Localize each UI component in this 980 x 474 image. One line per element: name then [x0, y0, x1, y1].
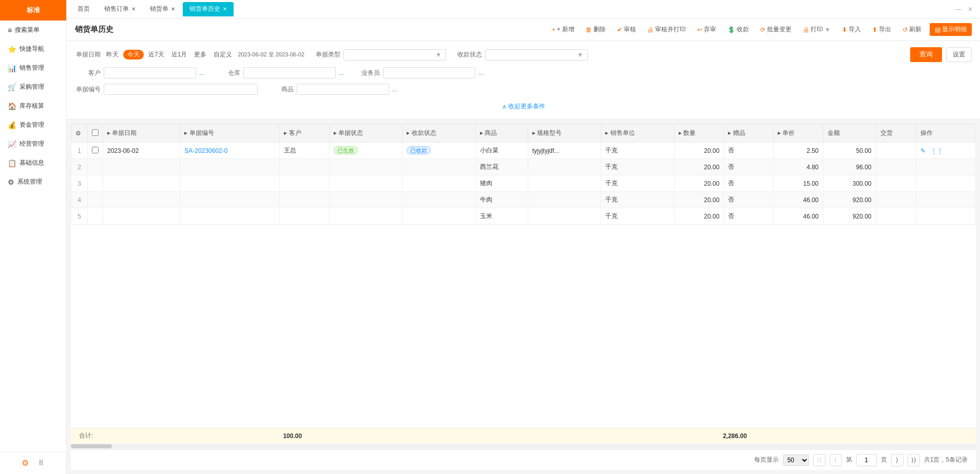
tab-sales-delivery[interactable]: 销货单 ✕ — [143, 2, 182, 16]
docno-input[interactable] — [104, 84, 258, 95]
select-all-checkbox[interactable] — [92, 129, 99, 136]
print-button[interactable]: 🖨 打印 ▼ — [800, 23, 834, 36]
tab-minimize-icon[interactable]: — — [952, 6, 965, 13]
col-unit[interactable]: ▸ 销售单位 — [601, 124, 675, 143]
customer-input[interactable] — [104, 67, 196, 78]
date-btn-1month[interactable]: 近1月 — [169, 50, 190, 60]
sidebar-item-finance[interactable]: 💰 资金管理 — [0, 115, 66, 134]
display-detail-button[interactable]: ▤ 显示明细 — [930, 23, 972, 36]
warehouse-input[interactable] — [243, 67, 336, 78]
sidebar-item-base[interactable]: 📋 基础信息 — [0, 153, 66, 172]
tab-sales-order[interactable]: 销售订单 ✕ — [98, 2, 142, 16]
tab-sales-history-close[interactable]: ✕ — [223, 6, 227, 12]
col-customer[interactable]: ▸ 客户 — [280, 124, 330, 143]
gear-settings-icon[interactable]: ⚙ — [75, 130, 81, 137]
salesperson-ellipsis[interactable]: ... — [478, 69, 484, 76]
tab-sales-history[interactable]: 销货单历史 ✕ — [183, 2, 234, 16]
discard-button[interactable]: ↩ 弃审 — [694, 23, 719, 36]
col-goods[interactable]: ▸ 商品 — [475, 124, 528, 143]
cell-check[interactable] — [88, 143, 103, 159]
customer-label: 客户 — [75, 69, 101, 77]
date-btn-today[interactable]: 今天 — [123, 50, 144, 60]
cell-check[interactable] — [88, 159, 103, 175]
col-trade[interactable]: 交货 — [876, 124, 916, 143]
cell-docno[interactable] — [180, 159, 280, 175]
operations-icon: 📈 — [8, 140, 16, 148]
delete-button[interactable]: 🗑 删除 — [583, 23, 609, 36]
import-button[interactable]: ⬇ 导入 — [839, 23, 864, 36]
search-menu-icon: ≡ — [8, 26, 12, 34]
sidebar-item-inventory[interactable]: 🏠 库存核算 — [0, 96, 66, 115]
date-btn-custom[interactable]: 自定义 — [211, 50, 235, 60]
sidebar-item-quicknav[interactable]: ⭐ 快捷导航 — [0, 40, 66, 58]
cell-check[interactable] — [88, 175, 103, 192]
row-more-button[interactable]: ⋮⋮ — [931, 147, 943, 154]
cell-check[interactable] — [88, 192, 103, 208]
pagination-prev-button[interactable]: ⟨ — [830, 454, 842, 466]
col-doc-status[interactable]: ▸ 单据状态 — [329, 124, 402, 143]
tab-home[interactable]: 首页 — [71, 2, 97, 16]
warehouse-ellipsis[interactable]: ... — [339, 69, 344, 76]
tab-close-all-icon[interactable]: ✕ — [965, 6, 976, 13]
date-btn-yesterday[interactable]: 昨天 — [104, 50, 121, 60]
col-docno-label: ▸ 单据编号 — [184, 129, 214, 136]
row-edit-button[interactable]: ✎ — [920, 147, 926, 154]
cell-docno[interactable]: SA-20230602-0 — [180, 143, 280, 159]
customer-ellipsis[interactable]: ... — [199, 69, 204, 76]
goods-ellipsis[interactable]: ... — [392, 86, 397, 93]
sidebar-item-search[interactable]: ≡ 搜索菜单 — [0, 21, 66, 40]
audit-button[interactable]: ✔ 审核 — [614, 23, 639, 36]
sidebar-item-purchase[interactable]: 🛒 采购管理 — [0, 77, 66, 96]
batch-change-button[interactable]: ⟳ 批量变更 — [757, 23, 795, 36]
pagination-last-button[interactable]: ⟩⟩ — [908, 454, 920, 466]
query-button[interactable]: 查询 — [910, 47, 942, 62]
export-button[interactable]: ⬆ 导出 — [869, 23, 894, 36]
pagination-next-button[interactable]: ⟩ — [891, 454, 904, 466]
col-gear[interactable]: ⚙ — [71, 124, 88, 143]
col-price[interactable]: ▸ 单价 — [773, 124, 823, 143]
cell-docno[interactable] — [180, 175, 280, 192]
cell-receive-status — [402, 175, 476, 192]
sidebar-item-operations[interactable]: 📈 经营管理 — [0, 134, 66, 153]
refresh-button[interactable]: ↺ 刷新 — [899, 23, 925, 36]
audit-print-button[interactable]: 🖨 审核并打印 — [644, 23, 689, 36]
cell-qty: 20.00 — [674, 175, 724, 192]
cell-check[interactable] — [88, 208, 103, 225]
goods-input[interactable] — [297, 84, 389, 95]
tab-sales-order-close[interactable]: ✕ — [131, 6, 136, 12]
pagination-first-button[interactable]: ⟨⟨ — [813, 454, 825, 466]
cell-docno[interactable] — [180, 192, 280, 208]
cell-receive-status — [402, 192, 476, 208]
scrollbar-thumb[interactable] — [71, 444, 112, 448]
per-page-select[interactable]: 10 20 50 100 — [783, 455, 809, 466]
salesperson-input[interactable] — [383, 67, 475, 78]
col-qty[interactable]: ▸ 数量 — [674, 124, 724, 143]
sidebar-collapse-icon[interactable]: ⏸ — [37, 458, 45, 468]
receive-status-select[interactable]: ▼ — [485, 49, 588, 61]
date-btn-more[interactable]: 更多 — [191, 50, 209, 60]
row-checkbox[interactable] — [92, 147, 99, 153]
col-receive-status[interactable]: ▸ 收款状态 — [402, 124, 476, 143]
sidebar-settings-icon[interactable]: ⚙ — [22, 458, 29, 468]
sidebar-item-sales[interactable]: 📊 销售管理 — [0, 58, 66, 77]
col-date[interactable]: ▸ 单据日期 — [103, 124, 180, 143]
date-btn-7days[interactable]: 近7天 — [146, 50, 167, 60]
col-check[interactable] — [88, 124, 103, 143]
sidebar-item-system[interactable]: ⚙ 系统管理 — [0, 172, 66, 191]
quicknav-icon: ⭐ — [8, 45, 16, 53]
col-spec[interactable]: ▸ 规格型号 — [528, 124, 601, 143]
table-row: 2 西兰花 千克 20.00 否 4.80 96.00 — [71, 159, 976, 175]
collapse-more-button[interactable]: ∧ 收起更多条件 — [75, 100, 972, 113]
col-docno[interactable]: ▸ 单据编号 — [180, 124, 280, 143]
col-gift[interactable]: ▸ 赠品 — [724, 124, 774, 143]
new-button[interactable]: + + 新增 — [549, 23, 578, 36]
page-input[interactable] — [856, 454, 877, 466]
settings-button[interactable]: 设置 — [946, 47, 972, 62]
tab-sales-delivery-close[interactable]: ✕ — [171, 6, 175, 12]
cell-docno[interactable] — [180, 208, 280, 225]
col-amount[interactable]: 金额 — [823, 124, 876, 143]
batch-icon: ⟳ — [760, 26, 765, 33]
receive-button[interactable]: 💲 收款 — [724, 23, 752, 36]
doc-type-select[interactable]: ▼ — [343, 49, 446, 61]
horizontal-scrollbar[interactable] — [71, 444, 976, 448]
